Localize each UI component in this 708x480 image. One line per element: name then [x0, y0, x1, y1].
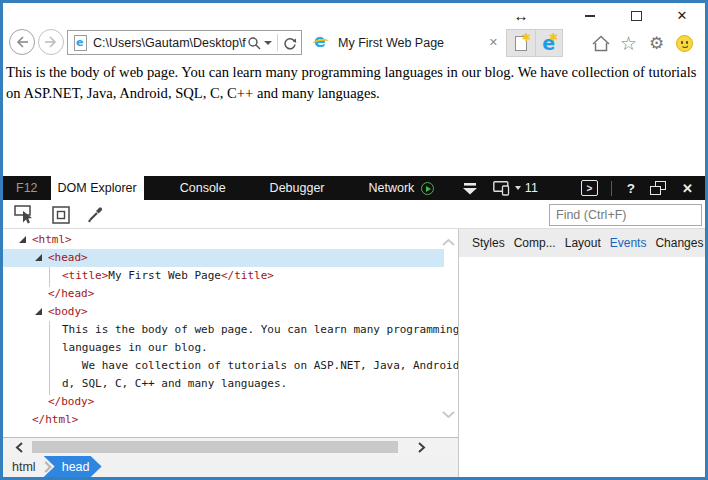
dom-tag: </body> — [48, 395, 94, 408]
dom-text: d, SQL, C, C++ and many languages. — [62, 377, 287, 390]
devtools-tab-label: Debugger — [270, 181, 325, 195]
indent-guide — [49, 321, 50, 395]
browser-action-icons: ☆ ⚙ — [591, 31, 694, 55]
devtools-tab-label: DOM Explorer — [58, 181, 137, 195]
webpage-viewport: This is the body of web page. You can le… — [3, 58, 705, 176]
help-button[interactable]: ? — [625, 181, 637, 196]
star-icon: ☆ — [620, 34, 637, 53]
f12-label: F12 — [3, 176, 51, 200]
horizontal-scrollbar[interactable] — [3, 437, 458, 456]
expander-icon[interactable] — [19, 236, 26, 243]
dom-tag: </head> — [48, 287, 94, 300]
tab-strip-buttons: ✱ e✱ — [506, 29, 563, 57]
new-tab-icon: ✱ — [515, 36, 527, 51]
dom-tree-row[interactable]: languages in our blog. — [3, 339, 458, 357]
dom-tree-row[interactable]: This is the body of web page. You can le… — [3, 321, 458, 339]
dom-tree-row[interactable]: </html> — [3, 411, 458, 429]
dom-tag: </title> — [221, 269, 274, 282]
right-panel-tab-comp[interactable]: Comp... — [514, 236, 556, 250]
smiley-icon — [676, 35, 693, 52]
dom-tree-row[interactable]: We have collection of tutorials on ASP.N… — [3, 357, 458, 375]
scroll-down-icon[interactable] — [441, 409, 456, 422]
edge-star-icon: ✱ — [549, 31, 558, 44]
navigation-bar: e C:\Users\Gautam\Desktop\f e My First W… — [3, 28, 705, 58]
scroll-left-icon[interactable] — [11, 440, 27, 454]
dom-tree-row[interactable]: <body> — [3, 303, 458, 321]
ie-browser-window: ↔ ✕ e C:\Users\Gautam\Desktop\f — [0, 0, 708, 480]
dom-tag: <title> — [62, 269, 108, 282]
menubar-separator — [611, 181, 612, 196]
devtools-tab-dom-explorer[interactable]: DOM Explorer — [51, 176, 144, 200]
dom-tree-row[interactable]: </body> — [3, 393, 458, 411]
devtools-tab-label: Network — [369, 181, 415, 195]
devtools-tab-label: Console — [180, 181, 226, 195]
more-tools-chevron-icon[interactable] — [462, 176, 478, 200]
right-panel-tab-styles[interactable]: Styles — [472, 236, 505, 250]
feedback-button[interactable] — [675, 33, 694, 53]
expander-icon[interactable] — [35, 308, 42, 315]
scroll-up-icon[interactable] — [441, 237, 456, 250]
devtools-close-button[interactable]: ✕ — [679, 181, 696, 196]
devtools-tabs: DOM ExplorerConsoleDebuggerNetwork — [51, 176, 471, 200]
element-highlight-button[interactable] — [49, 204, 73, 225]
devtools-tab-network[interactable]: Network — [361, 176, 443, 200]
devtools-menubar: F12 DOM ExplorerConsoleDebuggerNetwork 1… — [3, 176, 705, 200]
search-icon[interactable] — [247, 36, 261, 50]
breadcrumb: html head — [3, 456, 458, 477]
right-panel-tab-layout[interactable]: Layout — [565, 236, 601, 250]
back-arrow-icon — [13, 33, 31, 51]
address-separator — [277, 34, 278, 51]
color-picker-button[interactable] — [83, 204, 107, 225]
back-button[interactable] — [9, 29, 35, 55]
home-icon — [592, 35, 610, 52]
dom-tree-row[interactable]: <head> — [3, 249, 444, 267]
dom-tree-row[interactable]: d, SQL, C, C++ and many languages. — [3, 375, 458, 393]
refresh-icon[interactable] — [283, 36, 297, 50]
new-tab-button[interactable]: ✱ — [507, 30, 535, 56]
scroll-right-icon[interactable] — [413, 440, 429, 454]
dom-tag: <body> — [48, 305, 88, 318]
forward-button[interactable] — [38, 29, 64, 55]
address-url[interactable]: C:\Users\Gautam\Desktop\f — [93, 36, 247, 50]
browser-tab[interactable]: e My First Web Page ✕ — [305, 30, 506, 55]
right-panel-tab-events[interactable]: Events — [610, 236, 647, 250]
maximize-button[interactable] — [613, 3, 659, 28]
devtools-tab-console[interactable]: Console — [172, 176, 234, 200]
dom-text: languages in our blog. — [62, 341, 208, 354]
breadcrumb-item-head[interactable]: head — [44, 456, 102, 477]
select-element-button[interactable] — [13, 204, 37, 225]
breadcrumb-item-html[interactable]: html — [3, 456, 44, 477]
ie-logo-icon: e — [313, 34, 330, 51]
right-panel-tab-changes[interactable]: Changes — [655, 236, 703, 250]
indent-guide — [49, 267, 50, 287]
close-button[interactable]: ✕ — [659, 3, 705, 28]
expander-icon[interactable] — [35, 254, 42, 261]
scrollbar-thumb[interactable] — [32, 441, 398, 453]
settings-button[interactable]: ⚙ — [647, 33, 666, 53]
right-panel-content — [459, 257, 705, 477]
minimize-button[interactable] — [567, 3, 613, 28]
favorites-button[interactable]: ☆ — [619, 33, 638, 53]
forward-arrow-icon — [42, 33, 60, 51]
find-input[interactable] — [549, 204, 702, 226]
webpage-body-text: This is the body of web page. You can le… — [6, 62, 705, 104]
open-edge-button[interactable]: e✱ — [535, 30, 563, 56]
docmode-dropdown-icon — [515, 186, 521, 190]
maximize-icon — [631, 11, 642, 21]
dom-tag: <head> — [48, 251, 88, 264]
home-button[interactable] — [591, 33, 610, 53]
address-bar[interactable]: e C:\Users\Gautam\Desktop\f — [67, 30, 302, 55]
document-mode-selector[interactable]: 11 — [493, 181, 538, 196]
dom-tree-row[interactable]: <html> — [3, 231, 458, 249]
address-dropdown-icon[interactable] — [264, 41, 272, 45]
window-controls: ✕ — [567, 3, 705, 28]
titlebar[interactable]: ↔ ✕ — [3, 3, 705, 28]
dom-tree: <html><head><title>My First Web Page</ti… — [3, 229, 458, 437]
undock-button[interactable] — [650, 181, 666, 195]
console-launch-button[interactable]: > — [581, 180, 598, 196]
dom-tree-row[interactable]: <title>My First Web Page</title> — [3, 267, 458, 285]
devtools-tab-debugger[interactable]: Debugger — [262, 176, 333, 200]
dom-tree-row[interactable]: </head> — [3, 285, 458, 303]
page-ie-icon: e — [74, 35, 87, 51]
tab-close-icon[interactable]: ✕ — [487, 36, 500, 49]
